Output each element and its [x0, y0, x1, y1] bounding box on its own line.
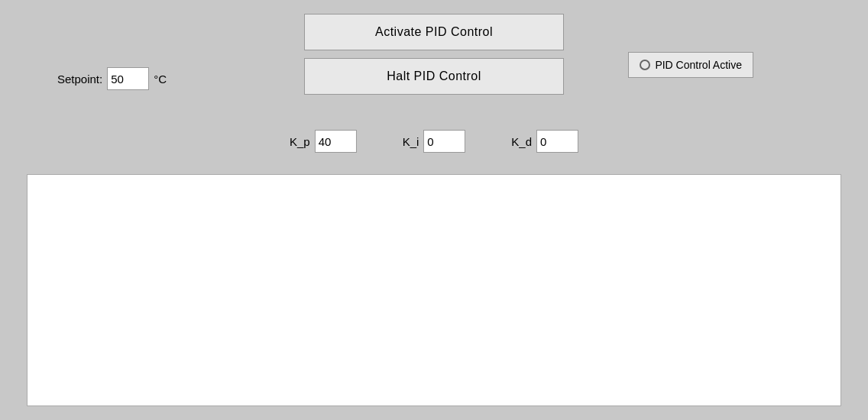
activate-pid-button[interactable]: Activate PID Control: [304, 14, 564, 50]
pid-params-row: K_p K_i K_d: [290, 130, 578, 153]
setpoint-input[interactable]: [107, 67, 149, 90]
pid-active-indicator: PID Control Active: [628, 52, 753, 78]
kp-label: K_p: [290, 135, 310, 148]
setpoint-row: Setpoint: °C: [57, 67, 167, 90]
kd-input[interactable]: [536, 130, 578, 153]
kp-group: K_p: [290, 130, 357, 153]
pid-active-label: PID Control Active: [655, 59, 742, 71]
ki-label: K_i: [403, 135, 419, 148]
setpoint-label: Setpoint:: [57, 73, 102, 86]
unit-label: °C: [154, 73, 167, 86]
kd-label: K_d: [511, 135, 532, 148]
halt-pid-button[interactable]: Halt PID Control: [304, 58, 564, 95]
radio-circle-icon: [640, 60, 650, 70]
chart-area: [27, 174, 841, 406]
ki-input[interactable]: [423, 130, 465, 153]
kd-group: K_d: [511, 130, 578, 153]
ki-group: K_i: [403, 130, 466, 153]
kp-input[interactable]: [315, 130, 357, 153]
